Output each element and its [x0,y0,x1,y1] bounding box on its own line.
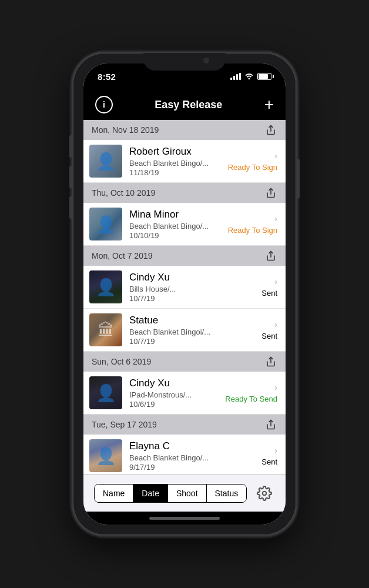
section-header-oct6: Sun, Oct 6 2019 [83,352,286,372]
item-date: 10/6/19 [129,400,220,409]
section-header-sep17: Tue, Sep 17 2019 [83,415,286,435]
screen: 8:52 [83,64,286,524]
tab-group: Name Date Shoot Status [94,484,247,503]
section-date: Mon, Nov 18 2019 [92,125,159,135]
status-badge: Sent [261,332,277,340]
tab-status[interactable]: Status [207,485,247,502]
status-badge: Ready To Sign [228,226,277,235]
item-date: 11/18/19 [129,168,223,177]
status-badge: Ready To Send [225,395,277,403]
item-right: › Ready To Send [225,383,277,403]
share-icon[interactable] [264,355,277,368]
list-item[interactable]: 👤 Robert Giroux Beach Blanket Bingo/... … [83,140,286,183]
content-list: Mon, Nov 18 2019 👤 Robert Girou [83,120,286,474]
chevron-icon: › [274,320,277,329]
list-item[interactable]: 👤 Cindy Xu IPad-Monstrous/... 10/6/19 › … [83,372,286,415]
list-item[interactable]: 👤 Cindy Xu Bills House/... 10/7/19 › Sen… [83,266,286,309]
phone-frame: 8:52 [73,53,296,535]
avatar: 👤 [89,270,122,303]
tab-date[interactable]: Date [133,485,168,502]
item-location: Beach Blanket Bingo/... [129,453,257,462]
item-name: Statue [129,315,257,326]
chevron-icon: › [274,151,277,161]
item-info: Robert Giroux Beach Blanket Bingo/... 11… [129,146,223,177]
list-item[interactable]: 👤 Mina Minor Beach Blanket Bingo/... 10/… [83,203,286,246]
item-name: Cindy Xu [129,377,220,389]
item-name: Mina Minor [129,209,223,220]
avatar: 👤 [89,145,122,178]
item-right: › Sent [261,320,277,340]
item-location: Beach Blanket Bingoi/... [129,328,257,336]
item-info: Cindy Xu Bills House/... 10/7/19 [129,272,257,303]
status-badge: Sent [261,457,277,466]
section-date: Tue, Sep 17 2019 [92,420,157,429]
chevron-icon: › [274,446,277,455]
item-right: › Sent [261,446,277,466]
item-right: › Ready To Sign [228,214,277,235]
status-badge: Ready To Sign [228,163,277,172]
status-time: 8:52 [98,72,116,82]
section-date: Sun, Oct 6 2019 [92,357,151,366]
item-right: › Ready To Sign [228,151,277,172]
item-name: Robert Giroux [129,146,223,158]
tab-shoot[interactable]: Shoot [168,485,207,502]
section-header-nov18: Mon, Nov 18 2019 [83,120,286,140]
chevron-icon: › [274,383,277,392]
section-date: Mon, Oct 7 2019 [92,251,153,260]
tab-bar: Name Date Shoot Status [83,474,286,512]
avatar: 🏛 [89,313,122,346]
avatar: 👤 [89,439,122,472]
item-name: Elayna C [129,440,257,452]
tab-name[interactable]: Name [95,485,133,502]
item-date: 10/10/19 [129,231,223,240]
camera-dot [203,58,209,64]
item-date: 10/7/19 [129,294,257,303]
item-name: Cindy Xu [129,272,257,283]
section-date: Thu, Oct 10 2019 [92,188,155,198]
app-title: Easy Release [155,99,222,111]
home-bar [149,517,220,520]
settings-button[interactable] [254,483,275,504]
section-header-oct7: Mon, Oct 7 2019 [83,246,286,266]
item-info: Elayna C Beach Blanket Bingo/... 9/17/19 [129,440,257,472]
item-info: Statue Beach Blanket Bingoi/... 10/7/19 [129,315,257,346]
item-right: › Sent [261,277,277,298]
home-indicator [83,512,286,524]
share-icon[interactable] [264,418,277,431]
signal-icon [230,73,241,80]
chevron-icon: › [274,214,277,223]
info-button[interactable]: i [95,96,113,113]
share-icon[interactable] [264,123,277,136]
chevron-icon: › [274,277,277,286]
list-item[interactable]: 🏛 Statue Beach Blanket Bingoi/... 10/7/1… [83,309,286,352]
share-icon[interactable] [264,249,277,262]
phone-wrapper: 8:52 [0,0,369,588]
item-info: Mina Minor Beach Blanket Bingo/... 10/10… [129,209,223,240]
status-badge: Sent [261,289,277,298]
status-icons [230,72,271,81]
share-icon[interactable] [264,186,277,199]
item-info: Cindy Xu IPad-Monstrous/... 10/6/19 [129,377,220,409]
wifi-icon [244,72,254,81]
section-header-oct10: Thu, Oct 10 2019 [83,183,286,203]
battery-icon [257,73,271,80]
avatar: 👤 [89,376,122,409]
item-location: Beach Blanket Bingo/... [129,222,223,230]
avatar: 👤 [89,208,122,240]
item-date: 9/17/19 [129,463,257,472]
item-location: Bills House/... [129,285,257,293]
svg-point-6 [263,491,267,495]
item-location: IPad-Monstrous/... [129,390,220,399]
add-button[interactable]: + [264,96,274,113]
item-date: 10/7/19 [129,337,257,346]
list-item[interactable]: 👤 Elayna C Beach Blanket Bingo/... 9/17/… [83,435,286,474]
item-location: Beach Blanket Bingo/... [129,159,223,168]
nav-bar: i Easy Release + [83,89,286,120]
notch [143,53,226,71]
